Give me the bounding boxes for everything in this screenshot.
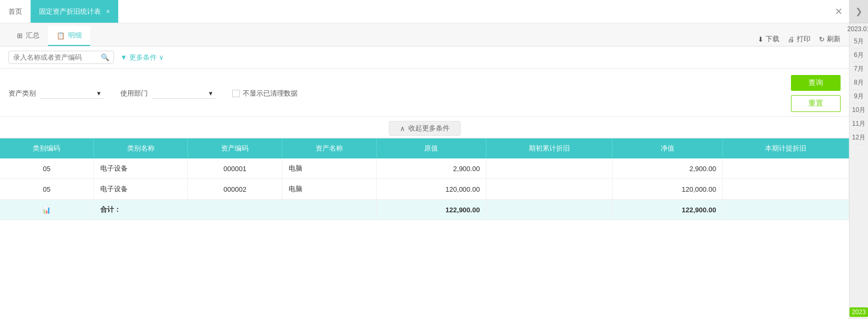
- sidebar-month-item[interactable]: 5月: [852, 35, 865, 49]
- filter-row: 资产类别 ▾ 使用部门 ▾ 不显示已清理数据 查询 重置: [8, 75, 841, 112]
- total-current-depreciation: [723, 200, 849, 220]
- cell-category-name: 电子设备: [93, 179, 188, 200]
- tab-label: 固定资产折旧统计表: [39, 7, 101, 16]
- total-row: 📊 合计： 122,900.00 122,900.00: [0, 200, 849, 220]
- chevron-down-icon: ∨: [159, 53, 164, 61]
- cell-net-value: 2,900.00: [613, 158, 723, 179]
- sidebar-month-item[interactable]: 6月: [852, 49, 865, 62]
- sidebar-months: 5月6月7月8月9月10月11月12月: [852, 35, 865, 307]
- sidebar-month-item[interactable]: 7月: [852, 62, 865, 76]
- cell-category-code: 05: [0, 179, 93, 200]
- col-accumulated-depreciation: 期初累计折旧: [487, 138, 613, 158]
- search-bar: 🔍 ▼ 更多条件 ∨: [0, 46, 849, 69]
- summary-tab-label: 汇总: [26, 31, 40, 40]
- sidebar-month-item[interactable]: 9月: [852, 90, 865, 104]
- cell-category-name: 电子设备: [93, 158, 188, 179]
- cell-asset-code: 000002: [188, 179, 282, 200]
- collapse-bar: ∧ 收起更多条件: [0, 117, 849, 138]
- col-category-code: 类别编码: [0, 138, 93, 158]
- asset-category-dropdown-icon: ▾: [97, 89, 101, 97]
- use-dept-select[interactable]: ▾: [152, 88, 215, 99]
- refresh-icon: ↻: [819, 35, 825, 43]
- asset-category-label: 资产类别: [8, 89, 36, 98]
- refresh-label: 刷新: [827, 34, 841, 44]
- refresh-button[interactable]: ↻ 刷新: [819, 34, 841, 44]
- reset-button[interactable]: 重置: [791, 95, 841, 112]
- cell-asset-name: 电脑: [282, 158, 376, 179]
- download-icon: ⬇: [758, 35, 764, 43]
- active-tab[interactable]: 固定资产折旧统计表 ×: [31, 0, 118, 23]
- search-input-wrap[interactable]: 🔍: [8, 51, 114, 64]
- action-buttons-area: ⬇ 下载 🖨 打印 ↻ 刷新: [758, 34, 841, 46]
- window-close-button[interactable]: ✕: [835, 6, 849, 17]
- cell-current-depreciation: [723, 158, 849, 179]
- filter-icon: ▼: [120, 53, 127, 61]
- print-label: 打印: [797, 34, 810, 44]
- col-net-value: 净值: [613, 138, 723, 158]
- tab-summary[interactable]: ⊞ 汇总: [8, 26, 48, 46]
- col-asset-code: 资产编码: [188, 138, 282, 158]
- download-button[interactable]: ⬇ 下载: [758, 34, 779, 44]
- detail-tab-label: 明细: [68, 31, 82, 40]
- sidebar-expand-button[interactable]: ❯: [850, 0, 869, 23]
- filter-buttons: 查询 重置: [791, 75, 841, 112]
- collapse-button[interactable]: ∧ 收起更多条件: [389, 121, 461, 136]
- summary-tab-icon: ⊞: [17, 32, 23, 40]
- no-cleared-label: 不显示已清理数据: [243, 89, 298, 98]
- print-icon: 🖨: [788, 35, 795, 43]
- table-header-row: 类别编码 类别名称 资产编码 资产名称 原值 期初累计折旧 净值 本期计提折旧: [0, 138, 849, 158]
- total-icon: 📊: [42, 206, 51, 214]
- sub-tabs-left: ⊞ 汇总 📋 明细: [8, 23, 90, 46]
- use-dept-filter: 使用部门 ▾: [120, 88, 215, 99]
- asset-category-filter: 资产类别 ▾: [8, 88, 103, 99]
- col-category-name: 类别名称: [93, 138, 188, 158]
- use-dept-dropdown-icon: ▾: [209, 89, 213, 97]
- total-net-value: 122,900.00: [613, 200, 723, 220]
- sidebar-month-item[interactable]: 12月: [852, 131, 865, 145]
- date-display: 2023.01: [843, 23, 868, 35]
- total-label: 合计：: [93, 200, 376, 220]
- print-button[interactable]: 🖨 打印: [788, 34, 810, 44]
- total-icon-cell: 📊: [0, 200, 93, 220]
- cell-accumulated-depreciation: [487, 179, 613, 200]
- home-nav-item[interactable]: 首页: [0, 0, 31, 23]
- download-label: 下载: [766, 34, 779, 44]
- year-badge[interactable]: 2023: [850, 307, 868, 317]
- sidebar-month-item[interactable]: 11月: [852, 117, 865, 131]
- table-row: 05 电子设备 000002 电脑 120,000.00 120,000.00: [0, 179, 849, 200]
- no-cleared-checkbox[interactable]: 不显示已清理数据: [232, 89, 298, 98]
- right-sidebar: ❯ 2023.01 5月6月7月8月9月10月11月12月 2023: [849, 0, 868, 319]
- cell-original-value: 120,000.00: [376, 179, 487, 200]
- tab-close-button[interactable]: ×: [106, 8, 110, 15]
- tab-detail[interactable]: 📋 明细: [48, 26, 90, 46]
- search-input[interactable]: [13, 53, 98, 61]
- query-button[interactable]: 查询: [791, 75, 841, 91]
- asset-category-select[interactable]: ▾: [40, 88, 103, 99]
- sub-tabs-bar: ⊞ 汇总 📋 明细 ⬇ 下载 🖨 打印 ↻ 刷新: [0, 23, 849, 46]
- cell-current-depreciation: [723, 179, 849, 200]
- col-current-depreciation: 本期计提折旧: [723, 138, 849, 158]
- more-filter-label: 更多条件: [129, 53, 157, 62]
- col-asset-name: 资产名称: [282, 138, 376, 158]
- table-row: 05 电子设备 000001 电脑 2,900.00 2,900.00: [0, 158, 849, 179]
- more-filter-button[interactable]: ▼ 更多条件 ∨: [120, 53, 164, 62]
- cell-category-code: 05: [0, 158, 93, 179]
- total-accumulated-depreciation: [487, 200, 613, 220]
- cell-asset-name: 电脑: [282, 179, 376, 200]
- data-table-wrap: 类别编码 类别名称 资产编码 资产名称 原值 期初累计折旧 净值 本期计提折旧 …: [0, 138, 849, 319]
- data-table: 类别编码 类别名称 资产编码 资产名称 原值 期初累计折旧 净值 本期计提折旧 …: [0, 138, 849, 220]
- sidebar-month-item[interactable]: 8月: [852, 76, 865, 90]
- cell-original-value: 2,900.00: [376, 158, 487, 179]
- col-original-value: 原值: [376, 138, 487, 158]
- collapse-label: 收起更多条件: [408, 124, 450, 133]
- cell-asset-code: 000001: [188, 158, 282, 179]
- detail-tab-icon: 📋: [56, 32, 65, 40]
- cell-accumulated-depreciation: [487, 158, 613, 179]
- collapse-up-icon: ∧: [400, 125, 405, 133]
- checkbox-box[interactable]: [232, 90, 240, 97]
- cell-net-value: 120,000.00: [613, 179, 723, 200]
- total-original-value: 122,900.00: [376, 200, 487, 220]
- use-dept-label: 使用部门: [120, 89, 148, 98]
- search-icon: 🔍: [101, 53, 109, 61]
- sidebar-month-item[interactable]: 10月: [852, 104, 865, 117]
